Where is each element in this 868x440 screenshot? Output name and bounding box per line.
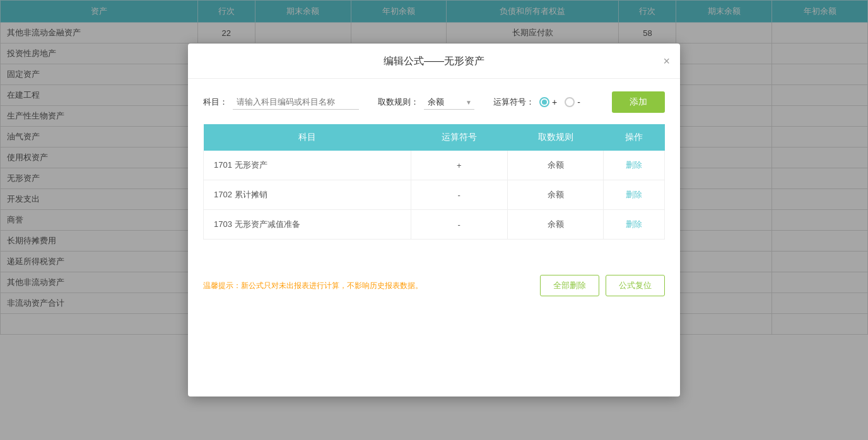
col-rule: 取数规则 bbox=[507, 124, 604, 151]
col-operator: 运算符号 bbox=[411, 124, 507, 151]
delete-all-button[interactable]: 全部删除 bbox=[540, 275, 599, 296]
radio-circle-minus bbox=[565, 97, 575, 107]
row-subject-2: 1703 无形资产减值准备 bbox=[204, 210, 411, 240]
modal-footer: 温馨提示：新公式只对未出报表进行计算，不影响历史报表数据。 全部删除 公式复位 bbox=[188, 265, 680, 309]
table-header-row: 科目 运算符号 取数规则 操作 bbox=[204, 124, 665, 151]
edit-formula-modal: 编辑公式——无形资产 × 科目： 取数规则： 余额 借方 贷方 借方累计 bbox=[188, 43, 680, 397]
add-button[interactable]: 添加 bbox=[612, 91, 665, 113]
rule-select-wrap: 余额 借方 贷方 借方累计 贷方累计 ▼ bbox=[424, 95, 474, 110]
row-action-2: 删除 bbox=[604, 210, 665, 240]
operator-label: 运算符号： bbox=[493, 96, 534, 108]
form-row: 科目： 取数规则： 余额 借方 贷方 借方累计 贷方累计 ▼ bbox=[203, 91, 665, 113]
delete-link-1[interactable]: 删除 bbox=[626, 190, 642, 199]
modal-title: 编辑公式——无形资产 bbox=[384, 55, 484, 68]
col-action: 操作 bbox=[604, 124, 665, 151]
rule-label: 取数规则： bbox=[378, 96, 419, 108]
footer-buttons: 全部删除 公式复位 bbox=[540, 275, 665, 296]
table-row: 1702 累计摊销 - 余额 删除 bbox=[204, 180, 665, 210]
row-operator-0: + bbox=[411, 151, 507, 180]
row-rule-0: 余额 bbox=[507, 151, 604, 180]
table-row: 1703 无形资产减值准备 - 余额 删除 bbox=[204, 210, 665, 240]
table-row: 1701 无形资产 + 余额 删除 bbox=[204, 151, 665, 180]
subject-input[interactable] bbox=[233, 95, 359, 110]
row-subject-1: 1702 累计摊销 bbox=[204, 180, 411, 210]
operator-plus-radio[interactable]: + bbox=[539, 97, 557, 107]
operator-minus-label: - bbox=[577, 97, 580, 107]
close-button[interactable]: × bbox=[663, 55, 670, 67]
rule-select[interactable]: 余额 借方 贷方 借方累计 贷方累计 bbox=[424, 95, 474, 110]
row-action-1: 删除 bbox=[604, 180, 665, 210]
operator-section: 运算符号： + - bbox=[493, 96, 580, 108]
row-operator-1: - bbox=[411, 180, 507, 210]
operator-radio-group: + - bbox=[539, 97, 580, 107]
delete-link-2[interactable]: 删除 bbox=[626, 219, 642, 229]
row-rule-1: 余额 bbox=[507, 180, 604, 210]
reset-formula-button[interactable]: 公式复位 bbox=[606, 275, 665, 296]
row-rule-2: 余额 bbox=[507, 210, 604, 240]
col-subject: 科目 bbox=[204, 124, 411, 151]
row-subject-0: 1701 无形资产 bbox=[204, 151, 411, 180]
subject-label: 科目： bbox=[203, 96, 228, 108]
formula-table: 科目 运算符号 取数规则 操作 1701 无形资产 + 余额 删除 bbox=[203, 124, 665, 240]
operator-minus-radio[interactable]: - bbox=[565, 97, 580, 107]
radio-circle-plus bbox=[539, 97, 549, 107]
modal-body: 科目： 取数规则： 余额 借方 贷方 借方累计 贷方累计 ▼ bbox=[188, 79, 680, 265]
operator-plus-label: + bbox=[552, 97, 557, 107]
row-operator-2: - bbox=[411, 210, 507, 240]
rule-section: 取数规则： 余额 借方 贷方 借方累计 贷方累计 ▼ bbox=[378, 95, 474, 110]
delete-link-0[interactable]: 删除 bbox=[626, 160, 642, 170]
row-action-0: 删除 bbox=[604, 151, 665, 180]
modal-header: 编辑公式——无形资产 × bbox=[188, 43, 680, 79]
hint-text: 温馨提示：新公式只对未出报表进行计算，不影响历史报表数据。 bbox=[203, 281, 423, 291]
modal-overlay: 编辑公式——无形资产 × 科目： 取数规则： 余额 借方 贷方 借方累计 bbox=[0, 0, 868, 440]
